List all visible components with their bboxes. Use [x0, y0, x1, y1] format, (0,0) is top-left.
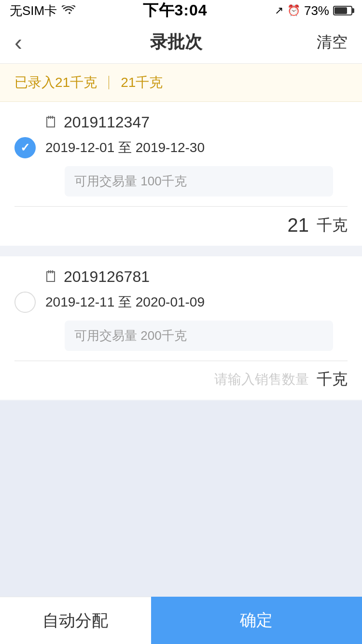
- batch-id-row-2: 🗒 2019126781: [14, 268, 348, 286]
- status-right: ↗ ⏰ 73%: [275, 3, 352, 18]
- wifi-signal-icon: [62, 3, 75, 18]
- quantity-row-2: 千克: [0, 361, 362, 400]
- nav-bar: ‹ 录批次 清空: [0, 21, 362, 64]
- status-bar: 无SIM卡 下午3:04 ↗ ⏰ 73%: [0, 0, 362, 21]
- batch-id-row-1: 🗒 2019112347: [14, 113, 348, 131]
- batch-checkbox-1[interactable]: ✓: [14, 137, 36, 158]
- quantity-input-2[interactable]: [183, 372, 309, 387]
- banner-divider: [109, 76, 109, 89]
- batch-card-2: 🗒 2019126781 2019-12-11 至 2020-01-09 可用交…: [0, 256, 362, 400]
- batch-date-row-1[interactable]: ✓ 2019-12-01 至 2019-12-30: [14, 137, 348, 158]
- back-button[interactable]: ‹: [14, 29, 43, 56]
- bottom-bar: 自动分配 确定: [0, 597, 362, 644]
- batch-doc-icon-1: 🗒: [43, 113, 59, 131]
- batch-id-2: 2019126781: [64, 268, 150, 286]
- batch-date-2: 2019-12-11 至 2020-01-09: [45, 293, 205, 311]
- battery-percent: 73%: [304, 3, 329, 18]
- quantity-row-1: 千克: [0, 207, 362, 246]
- status-left: 无SIM卡: [10, 2, 75, 19]
- batch-item-1: 🗒 2019112347 ✓ 2019-12-01 至 2019-12-30 可…: [0, 102, 362, 196]
- page-title: 录批次: [150, 30, 202, 54]
- batch-id-1: 2019112347: [64, 113, 150, 131]
- total-amount-label: 21千克: [121, 73, 163, 92]
- batch-date-1: 2019-12-01 至 2019-12-30: [45, 139, 205, 157]
- auto-distribute-button[interactable]: 自动分配: [0, 597, 151, 644]
- location-icon: ↗: [275, 4, 283, 17]
- batch-available-1: 可用交易量 100千克: [65, 166, 333, 196]
- status-time: 下午3:04: [143, 0, 208, 21]
- batch-available-2: 可用交易量 200千克: [65, 321, 333, 351]
- quantity-unit-1: 千克: [317, 215, 348, 236]
- batch-checkbox-2[interactable]: [14, 292, 36, 313]
- clear-button[interactable]: 清空: [309, 32, 348, 53]
- batch-date-row-2[interactable]: 2019-12-11 至 2020-01-09: [14, 292, 348, 313]
- separator-1: [0, 247, 362, 256]
- alarm-icon: ⏰: [287, 4, 300, 17]
- quantity-input-1[interactable]: [251, 214, 309, 236]
- battery-icon: [333, 6, 352, 15]
- batch-card-1: 🗒 2019112347 ✓ 2019-12-01 至 2019-12-30 可…: [0, 102, 362, 246]
- quantity-unit-2: 千克: [317, 369, 348, 390]
- checkmark-icon-1: ✓: [20, 141, 30, 154]
- recorded-amount-label: 已录入21千克: [14, 73, 97, 92]
- info-banner: 已录入21千克 21千克: [0, 64, 362, 102]
- confirm-button[interactable]: 确定: [151, 597, 362, 644]
- batch-doc-icon-2: 🗒: [43, 268, 59, 286]
- carrier-label: 无SIM卡: [10, 2, 57, 19]
- batch-item-2: 🗒 2019126781 2019-12-11 至 2020-01-09 可用交…: [0, 256, 362, 351]
